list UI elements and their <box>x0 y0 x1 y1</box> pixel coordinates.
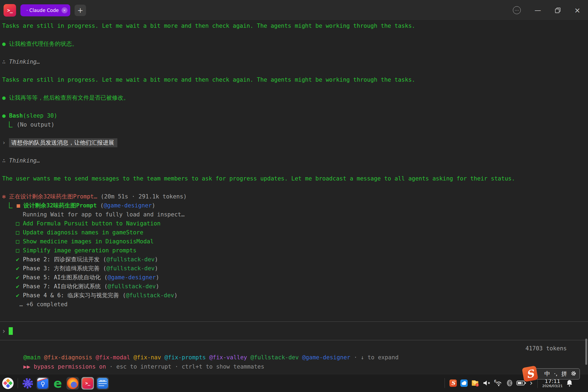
tab-close-icon[interactable]: × <box>62 7 68 13</box>
window-controls: ··· — × <box>513 6 588 14</box>
terminal-line <box>2 84 588 93</box>
terminal-line: Tasks are still in progress. Let me wait… <box>2 22 588 30</box>
file-manager-icon[interactable] <box>36 377 49 390</box>
sogou-settings-gear-icon[interactable] <box>571 371 576 377</box>
desktop-screen: >_ · Claude Code × + ··· — × Tasks are s… <box>0 0 588 392</box>
taskbar: e >_ ““ S <box>0 374 588 392</box>
terminal-line: □ Show medicine images in DiagnosisModal <box>2 237 588 246</box>
agents-status-row: @main @fix-diagnosis @fix-modal @fix-nav… <box>3 344 585 353</box>
bypass-arrows-icon: ▶▶ <box>23 363 34 370</box>
terminal-line: (No output) <box>2 120 588 129</box>
sogou-input-icon[interactable]: S <box>449 379 457 387</box>
folder-alert-icon[interactable]: ! <box>471 379 479 387</box>
scrollbar-thumb[interactable] <box>585 339 587 365</box>
bypass-permissions-label: bypass permissions on <box>34 363 106 370</box>
browser-e-icon[interactable]: e <box>51 377 64 390</box>
terminal-line <box>2 129 588 138</box>
sogou-logo-icon[interactable]: S <box>522 366 538 382</box>
terminal-app-icon: >_ <box>4 4 16 17</box>
sogou-pinyin-mode[interactable]: 拼 <box>561 371 567 377</box>
sogou-voice-icon[interactable]: ·, <box>554 371 558 377</box>
cloud-sync-icon[interactable] <box>460 379 468 387</box>
tray-divider <box>445 378 445 388</box>
terminal-line: ✔ Phase 4 & 6: 临床实习与视觉完善 (@fullstack-dev… <box>2 291 588 300</box>
terminal-line: ∴ Thinking… <box>2 156 588 165</box>
terminal-line: Running Wait for app to fully load and i… <box>2 210 588 219</box>
terminal-line <box>2 147 588 156</box>
system-tray: S ! <box>443 378 588 388</box>
terminal-line: □ Add Formula Pursuit button to Navigati… <box>2 219 588 228</box>
terminal-line: ✔ Phase 2: 四诊探查玩法开发 (@fullstack-dev) <box>2 255 588 264</box>
sogou-input-bar[interactable]: S 中 ·, 拼 <box>525 368 580 379</box>
new-tab-button[interactable]: + <box>75 5 86 16</box>
tray-expand-chevron[interactable]: › <box>530 380 533 386</box>
terminal-output: Tasks are still in progress. Let me wait… <box>0 21 588 309</box>
token-count: 41703 tokens <box>525 344 567 353</box>
wifi6-icon[interactable]: 6 <box>494 380 503 386</box>
terminal-line <box>2 102 588 111</box>
sogou-lang-mode[interactable]: 中 <box>544 371 550 377</box>
terminal-line: › 请想你的队员发送消息，让他们汇报进展 <box>2 138 588 147</box>
tab-claude-code[interactable]: · Claude Code × <box>20 4 70 16</box>
minimize-icon[interactable]: — <box>534 7 541 14</box>
restore-icon[interactable] <box>555 7 561 14</box>
terminal-line: □ Update diagnosis names in gameStore <box>2 228 588 237</box>
svg-text:!: ! <box>477 384 478 387</box>
launcher-icon[interactable] <box>2 377 14 390</box>
terminal-line: … +6 completed <box>2 300 588 309</box>
terminal-line <box>2 66 588 75</box>
terminal-line <box>2 48 588 57</box>
battery-icon[interactable] <box>516 380 526 386</box>
terminal-line: ✔ Phase 7: AI自动化测试系统 (@fullstack-dev) <box>2 282 588 291</box>
notification-bell-icon[interactable] <box>566 379 573 387</box>
terminal-line: ✻ 正在设计剩余32味药生图Prompt… (20m 51s · 291.1k … <box>2 192 588 201</box>
terminal-line <box>2 165 588 174</box>
terminal-icon[interactable]: >_ <box>81 377 94 390</box>
control-center-gear-icon[interactable] <box>22 377 34 390</box>
terminal-window: Tasks are still in progress. Let me wait… <box>0 21 588 374</box>
terminal-line <box>2 30 588 39</box>
terminal-line: Tasks are still in progress. Let me wait… <box>2 75 588 84</box>
wifi6-label: 6 <box>494 379 497 383</box>
taskbar-divider <box>18 378 18 388</box>
keybind-hint-row: ▶▶ bypass permissions on · esc to interr… <box>3 353 585 362</box>
tray-divider-2 <box>537 378 538 388</box>
terminal-input-box[interactable]: › <box>0 321 588 340</box>
terminal-line: ■ 设计剩余32味药生图Prompt (@game-designer) <box>2 201 588 210</box>
clock-date: 2026/03/21 <box>542 384 563 388</box>
menu-ellipsis-icon[interactable]: ··· <box>513 6 521 14</box>
terminal-line: ∴ Thinking… <box>2 57 588 66</box>
firefox-icon[interactable] <box>66 377 79 390</box>
prompt-chevron: › <box>2 327 6 335</box>
taskbar-apps: e >_ ““ <box>0 377 109 390</box>
text-editor-icon[interactable]: ““ <box>96 377 109 390</box>
terminal-line: ● Bash(sleep 30) <box>2 111 588 120</box>
terminal-line: ● 让我检查代理任务的状态。 <box>2 39 588 48</box>
terminal-line: ✔ Phase 3: 方剂追缉系统完善 (@fullstack-dev) <box>2 264 588 273</box>
volume-muted-icon[interactable] <box>483 380 491 386</box>
tray-clock[interactable]: 17:11 2026/03/21 <box>542 378 563 388</box>
terminal-line: □ Simplify image generation prompts <box>2 246 588 255</box>
close-icon[interactable]: × <box>574 6 580 14</box>
text-cursor <box>9 327 13 335</box>
window-titlebar: >_ · Claude Code × + ··· — × <box>0 0 588 21</box>
terminal-line <box>2 183 588 192</box>
bluetooth-icon[interactable] <box>506 379 513 387</box>
terminal-line: ● 让我再等等，然后检查所有文件是否已被修改。 <box>2 93 588 102</box>
terminal-line: ✔ Phase 5: AI生图系统自动化 (@game-designer) <box>2 273 588 282</box>
tab-title: · Claude Code <box>26 8 59 13</box>
terminal-line: The user wants me to send messages to th… <box>2 174 588 183</box>
keybind-hints: · esc to interrupt · ctrl+t to show team… <box>106 363 264 370</box>
